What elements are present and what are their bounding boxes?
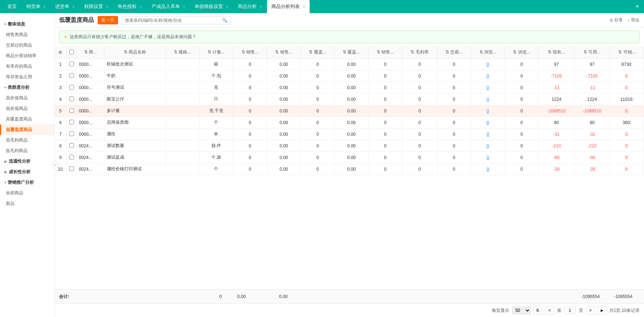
nav-tab-home[interactable]: 首页	[3, 0, 21, 13]
share-button[interactable]: ⎘ 分享	[610, 17, 623, 23]
row-cover1: 0	[301, 140, 335, 152]
col-checkbox-header[interactable]	[66, 46, 76, 59]
sidebar-item-high-value[interactable]: 高价值商品	[0, 93, 54, 103]
browse-link[interactable]: 0	[487, 120, 489, 125]
sort-icon: ⇅	[309, 49, 313, 55]
table-wrapper[interactable]: ⚙ ⇅ 商... ⇅ 商品名称 ⇅ 规格...	[55, 46, 644, 289]
close-icon[interactable]: ×	[72, 4, 74, 9]
browse-link[interactable]: 0	[487, 155, 489, 160]
row-gross: 0	[402, 140, 437, 152]
nav-tab-product-instock[interactable]: 产成品入库单 ×	[147, 0, 189, 13]
browse-link[interactable]: 0	[487, 97, 489, 102]
row-browse1[interactable]: 0	[471, 105, 505, 117]
browse-link[interactable]: 0	[487, 132, 489, 137]
sidebar-group-overall[interactable]: ▾ 整体信息	[0, 19, 54, 29]
browse-link[interactable]: 0	[487, 74, 489, 79]
browse-link[interactable]: 0	[487, 143, 489, 148]
close-icon[interactable]: ×	[106, 4, 108, 9]
row-select-checkbox[interactable]	[69, 143, 74, 148]
page-label: 第	[557, 308, 561, 314]
page-number-input[interactable]	[564, 307, 576, 314]
row-checkbox[interactable]	[66, 82, 76, 94]
row-select-checkbox[interactable]	[69, 120, 74, 124]
row-select-checkbox[interactable]	[69, 166, 74, 171]
sidebar-item-traded-goods[interactable]: 交易过的商品	[0, 40, 54, 51]
row-checkbox[interactable]	[66, 163, 76, 175]
sidebar-item-low-margin[interactable]: 低毛利商品	[0, 146, 54, 156]
row-browse1[interactable]: 0	[471, 163, 505, 175]
row-browse1[interactable]: 0	[471, 128, 505, 140]
close-icon[interactable]: ×	[140, 4, 142, 9]
nav-tab-goods-list[interactable]: 商品分析列表 ×	[267, 0, 309, 13]
export-button[interactable]: ↑ 导出	[627, 17, 640, 23]
row-checkbox[interactable]	[66, 117, 76, 128]
sidebar-group-marketing[interactable]: ▾ 营销推广分析	[0, 177, 54, 188]
table-row: 5 0000... 多计量 克,千克 0 0.00 0 0.00 0 0 0 0…	[55, 105, 644, 117]
row-browse1[interactable]: 0	[471, 59, 505, 70]
sidebar-item-category-rate[interactable]: 商品分类动销率	[0, 51, 54, 61]
row-browse1[interactable]: 0	[471, 152, 505, 163]
row-browse1[interactable]: 0	[471, 117, 505, 128]
row-checkbox[interactable]	[66, 105, 76, 117]
window-close-button[interactable]: ×	[633, 3, 641, 10]
next-page-button[interactable]: >	[586, 306, 595, 315]
sidebar-item-stock-capital[interactable]: 库存资金占用	[0, 72, 54, 82]
sidebar-group-category-analysis[interactable]: ▾ 类群度分析	[0, 82, 54, 93]
sidebar-item-stock-goods[interactable]: 有库存的商品	[0, 61, 54, 72]
close-icon[interactable]: ×	[43, 4, 46, 9]
sidebar-item-low-coverage[interactable]: 低覆盖度商品	[0, 124, 54, 135]
row-checkbox[interactable]	[66, 152, 76, 163]
row-checkbox[interactable]	[66, 128, 76, 140]
search-input[interactable]	[125, 18, 221, 23]
row-name: 启用保质期	[104, 117, 165, 128]
select-all-checkbox[interactable]	[69, 49, 74, 54]
first-page-button[interactable]: K	[534, 306, 542, 315]
col-settings[interactable]: ⚙	[55, 46, 66, 59]
close-icon[interactable]: ×	[226, 4, 228, 9]
row-select-checkbox[interactable]	[69, 155, 74, 159]
nav-tab-purchase[interactable]: 进货单 ×	[51, 0, 79, 13]
search-icon[interactable]: 🔍	[222, 18, 228, 23]
row-select-checkbox[interactable]	[69, 73, 74, 78]
nav-tab-role[interactable]: 角色授权 ×	[113, 0, 146, 13]
nav-tab-permission[interactable]: 权限设置 ×	[80, 0, 113, 13]
nav-tab-template[interactable]: 单据模板设置 ×	[190, 0, 232, 13]
sidebar-item-low-value[interactable]: 低价值商品	[0, 103, 54, 114]
page-size-select[interactable]: 50 100 200	[512, 306, 531, 314]
nav-tab-sales[interactable]: 销货单 ×	[22, 0, 50, 13]
sidebar-group-growth[interactable]: ▶ 成长性分析	[0, 167, 54, 177]
row-checkbox[interactable]	[66, 94, 76, 105]
row-browse1[interactable]: 0	[471, 70, 505, 82]
row-select-checkbox[interactable]	[69, 96, 74, 101]
browse-link[interactable]: 0	[487, 62, 489, 67]
row-browse1[interactable]: 0	[471, 94, 505, 105]
nav-tab-goods-analysis[interactable]: 商品分析 ×	[233, 0, 266, 13]
sidebar-item-high-margin[interactable]: 高毛利商品	[0, 135, 54, 146]
sidebar-group-liquidity[interactable]: ▶ 流通性分析	[0, 156, 54, 167]
row-checkbox[interactable]	[66, 140, 76, 152]
prev-page-button[interactable]: <	[545, 306, 554, 315]
browse-link[interactable]: 0	[487, 85, 489, 90]
row-checkbox[interactable]	[66, 70, 76, 82]
browse-link[interactable]: 0	[487, 167, 489, 172]
sidebar-item-all-goods[interactable]: 全部商品	[0, 188, 54, 198]
row-select-checkbox[interactable]	[69, 108, 74, 113]
filter-period-button[interactable]: 近一月	[98, 16, 118, 24]
last-page-button[interactable]: ►	[598, 306, 606, 315]
close-icon[interactable]: ×	[303, 4, 305, 9]
row-select-checkbox[interactable]	[69, 62, 74, 66]
browse-link[interactable]: 0	[487, 108, 489, 114]
row-select-checkbox[interactable]	[69, 85, 74, 90]
sidebar-item-new-goods[interactable]: 新品	[0, 198, 54, 209]
close-icon[interactable]: ×	[260, 4, 262, 9]
sidebar-item-high-coverage[interactable]: 高覆盖度商品	[0, 114, 54, 124]
col-code-header: ⇅ 商...	[76, 46, 104, 59]
row-browse1[interactable]: 0	[471, 82, 505, 94]
row-browse1[interactable]: 0	[471, 140, 505, 152]
close-icon[interactable]: ×	[183, 4, 185, 9]
sidebar-item-sales-goods[interactable]: 销售类商品	[0, 29, 54, 40]
row-select-checkbox[interactable]	[69, 131, 74, 136]
row-num: 6	[55, 117, 66, 128]
row-checkbox[interactable]	[66, 59, 76, 70]
settings-icon[interactable]: ⚙	[58, 50, 62, 55]
